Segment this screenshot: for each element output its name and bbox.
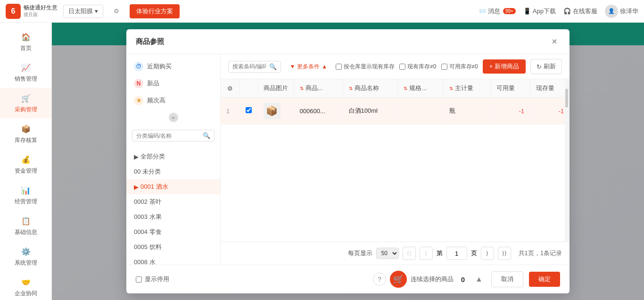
table-row[interactable]: 1 📦 000600... 白酒100ml	[221, 98, 570, 125]
show-disabled-checkbox[interactable]	[136, 276, 142, 283]
row-num: 1	[221, 98, 239, 125]
trial-button[interactable]: 体验行业方案	[130, 4, 180, 18]
cart-count: 0	[457, 275, 469, 283]
category-0005[interactable]: 0005 饮料	[126, 240, 220, 255]
filter-nonzero-checkbox[interactable]	[399, 64, 405, 70]
row-name: 白酒100ml	[343, 98, 398, 125]
new-icon: N	[134, 79, 143, 88]
filter-warehouse-checkbox[interactable]	[336, 64, 342, 70]
sidebar-item-operations[interactable]: 📊 经营管理	[0, 180, 51, 210]
quick-nav-label: 频次高	[147, 96, 165, 105]
category-search-box[interactable]: 🔍	[132, 130, 215, 142]
prev-page-button[interactable]: ⟨	[420, 247, 433, 260]
category-0004[interactable]: 0004 零食	[126, 225, 220, 240]
filter-available-stock[interactable]: 可用库存≠0	[441, 63, 478, 71]
more-filter-button[interactable]: ▼ 更多条件 ▲	[286, 61, 331, 73]
category-all[interactable]: ▶ 全部分类	[126, 149, 220, 164]
table-header-row: ⚙ 商品图片 ⇅ 商品...	[221, 79, 570, 98]
sidebar-item-label: 系统管理	[15, 259, 37, 267]
brand-name: 畅捷通好生意	[24, 4, 58, 12]
modal-title: 商品参照	[136, 37, 164, 46]
quick-nav-label: 近期购买	[147, 62, 172, 71]
enterprise-icon: 🤝	[20, 276, 32, 288]
show-disabled-toggle[interactable]: 显示停用	[136, 275, 169, 283]
col-settings[interactable]: ⚙	[221, 79, 239, 98]
row-spec	[398, 98, 444, 125]
sidebar-item-enterprise[interactable]: 🤝 企业协同	[0, 272, 51, 300]
chevron-up-icon: ▲	[322, 63, 327, 70]
sort-icon: ⇅	[349, 86, 353, 91]
confirm-button[interactable]: 确定	[529, 272, 560, 287]
col-spec[interactable]: ⇅ 规格...	[398, 79, 444, 98]
collapse-cart-button[interactable]: ▲	[472, 273, 486, 286]
quick-nav-label: 新品	[147, 79, 159, 88]
product-search-input[interactable]	[232, 63, 266, 70]
notifications-button[interactable]: 📨 消息 99+	[479, 7, 516, 16]
app-download-button[interactable]: 📱 App下载	[523, 7, 556, 16]
sidebar-item-basic-info[interactable]: 📋 基础信息	[0, 210, 51, 241]
next-page-button[interactable]: ⟩	[481, 247, 494, 260]
col-unit[interactable]: ⇅ 主计量	[444, 79, 491, 98]
nav-right: 📨 消息 99+ 📱 App下载 🎧 在线客服 👤 徐泽华	[479, 5, 638, 18]
category-0002[interactable]: 0002 茶叶	[126, 194, 220, 209]
scroll-thumb[interactable]	[565, 89, 568, 108]
purchase-icon: 🛒	[20, 92, 32, 104]
row-image: 📦	[257, 98, 294, 125]
category-0008[interactable]: 0008 水	[126, 255, 220, 265]
sidebar-item-inventory[interactable]: 📦 库存核算	[0, 118, 51, 149]
category-0001[interactable]: ▶ 0001 酒水	[126, 179, 220, 194]
user-area[interactable]: 👤 徐泽华	[605, 5, 638, 18]
first-page-button[interactable]: ⟨⟨	[403, 247, 416, 260]
filter-icon: ▼	[289, 63, 295, 70]
scrollbar[interactable]	[565, 79, 570, 242]
quick-nav-recent[interactable]: ⏱ 近期购买	[126, 58, 220, 75]
page-input[interactable]	[446, 247, 467, 260]
operations-icon: 📊	[20, 184, 32, 196]
col-code[interactable]: ⇅ 商品...	[294, 79, 343, 98]
category-00[interactable]: 00 未分类	[126, 164, 220, 179]
settings-button[interactable]: ⚙	[109, 4, 124, 19]
refresh-button[interactable]: ↻ 刷新	[530, 59, 562, 74]
quick-nav-new[interactable]: N 新品	[126, 75, 220, 92]
online-service-button[interactable]: 🎧 在线客服	[563, 7, 597, 16]
add-product-button[interactable]: + 新增商品	[483, 59, 526, 74]
page-size-select[interactable]: 50	[376, 248, 399, 259]
modal-overlay: 商品参照 × ⏱ 近期购买 N 新品	[52, 23, 644, 300]
sidebar-item-sales[interactable]: 📈 销售管理	[0, 57, 51, 88]
cart-button[interactable]: 🛒	[390, 271, 407, 288]
sidebar-item-home[interactable]: 🏠 首页	[0, 26, 51, 57]
sidebar-item-system[interactable]: ⚙️ 系统管理	[0, 241, 51, 272]
category-search-input[interactable]	[136, 133, 201, 139]
modal-close-button[interactable]: ×	[549, 36, 560, 47]
logo-area: 6 畅捷通好生意 捷且版	[6, 4, 58, 19]
last-page-button[interactable]: ⟩⟩	[498, 247, 511, 260]
modal-right-panel: 🔍 ▼ 更多条件 ▲ 按仓库显示现有库存	[221, 54, 570, 265]
nav-selector[interactable]: 日太阳膜 ▾	[63, 5, 103, 18]
help-button[interactable]: ?	[373, 273, 386, 286]
cart-label: 连续选择的商品	[411, 275, 454, 283]
product-lookup-modal: 商品参照 × ⏱ 近期购买 N 新品	[126, 29, 570, 293]
col-checkbox	[239, 79, 257, 98]
home-icon: 🏠	[20, 31, 32, 42]
chevron-down-icon: ▾	[95, 8, 98, 15]
basic-info-icon: 📋	[20, 215, 32, 226]
category-0003[interactable]: 0003 水果	[126, 209, 220, 225]
col-name[interactable]: ⇅ 商品名称	[343, 79, 398, 98]
cancel-button[interactable]: 取消	[491, 271, 523, 287]
sidebar-item-label: 基础信息	[15, 228, 37, 236]
filter-nonzero-stock[interactable]: 现有库存≠0	[399, 63, 436, 71]
product-search-box[interactable]: 🔍	[228, 61, 281, 73]
row-checkbox[interactable]	[239, 98, 257, 125]
filter-available-checkbox[interactable]	[441, 64, 447, 70]
sidebar-item-label: 首页	[20, 44, 32, 52]
sidebar-item-label: 经营管理	[15, 198, 37, 206]
top-nav: 6 畅捷通好生意 捷且版 日太阳膜 ▾ ⚙ 体验行业方案 📨 消息 99+ 📱 …	[0, 0, 644, 23]
filter-warehouse-stock[interactable]: 按仓库显示现有库存	[336, 63, 395, 71]
search-icon: 🔍	[269, 63, 277, 70]
sidebar-item-purchase[interactable]: 🛒 采购管理	[0, 88, 51, 118]
sidebar-item-finance[interactable]: 💰 资金管理	[0, 149, 51, 180]
sidebar-item-label: 企业协同	[15, 290, 37, 298]
collapse-left-button[interactable]: ‹‹	[169, 113, 178, 122]
quick-nav-freq[interactable]: ★ 频次高	[126, 92, 220, 109]
row-available: -1	[491, 98, 530, 125]
